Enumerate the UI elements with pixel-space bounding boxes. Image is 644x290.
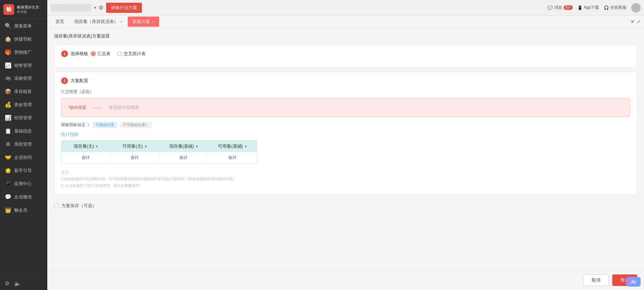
sidebar-item-marketing-label: 营销推广 (14, 49, 32, 55)
sidebar-item-basic-label: 基础信息 (14, 128, 32, 134)
drag-badge: 可拖动位置 (93, 122, 117, 128)
radio-summary-label: 汇总表 (97, 51, 110, 57)
search-icon: 🔍 (5, 23, 11, 29)
tab-inventory[interactable]: 现存量（库存状况表） × (70, 17, 127, 27)
stats-cell-2: 合计 (110, 152, 159, 163)
money-icon: 💰 (5, 101, 11, 108)
stats-cell-3: 合计 (159, 152, 208, 163)
stats-body-row: 合计 合计 合计 合计 (61, 152, 257, 163)
sidebar-item-operation-label: 经营管理 (14, 115, 32, 121)
home-icon: 🏠 (5, 36, 11, 42)
sidebar-footer: ⚙ 🔈 (0, 276, 47, 290)
stats-header-row: 现存量(主) ▾ 可用量(主) ▾ 现存量(基辅) ▾ 可用量(基辅) ▾ (61, 141, 257, 152)
gear-icon: ⚙ (5, 141, 11, 147)
ai-badge[interactable]: Ai (626, 277, 641, 287)
tab-home-label: 首页 (55, 19, 64, 25)
sidebar-item-newguide-label: 新手引导 (14, 168, 32, 174)
bag-icon: 🛍 (5, 75, 11, 81)
stats-table: 现存量(主) ▾ 可用量(主) ▾ 现存量(基辅) ▾ 可用量(基辅) ▾ (61, 140, 257, 164)
stats-col-4[interactable]: 可用量(基辅) ▾ (208, 141, 257, 152)
user-avatar[interactable] (631, 3, 641, 13)
stats-col-3[interactable]: 现存量(基辅) ▾ (159, 141, 208, 152)
tab-expand-icon[interactable]: ⤢ (637, 19, 641, 24)
topbar-right: 💬 消息 99+ 📱 App下载 🎧 在线客服 (548, 3, 641, 13)
section2-title: 方案配置 (71, 78, 88, 84)
stats-col-2-chevron: ▾ (145, 144, 147, 149)
sidebar-item-cooperation[interactable]: 🤝 企业协同 (0, 151, 47, 164)
stats-col-3-label: 现存量(基辅) (169, 143, 194, 149)
online-service-label: 在线客服 (610, 5, 626, 10)
sidebar-item-marketing[interactable]: 🎁 营销推广 (0, 46, 47, 59)
star-icon: 🌟 (5, 167, 11, 174)
messages-badge: 99+ (564, 5, 573, 10)
section2-num: 2 (61, 77, 68, 84)
download-icon: 📱 (577, 5, 583, 10)
sidebar-item-purchase[interactable]: 🛍 采购管理 (0, 72, 47, 85)
radio-summary-dot (91, 51, 96, 56)
footer-bar: 取消 查询 (47, 270, 644, 290)
tab-close-icon[interactable]: ✕ (630, 19, 635, 24)
sidebar-item-member[interactable]: 👑 畅会员 (0, 203, 47, 217)
messages-label: 消息 (554, 5, 562, 10)
page-title: 现存量(库存状况表)方案设置 (54, 33, 637, 39)
radio-crosstab[interactable]: 交叉统计表 (117, 51, 146, 57)
search-text: ··· (55, 5, 58, 10)
section-template: 1 选择模板 汇总表 交叉统计表 (54, 45, 637, 68)
tabs-right-icons: ✕ ⤢ (630, 19, 641, 24)
tab-new-plan[interactable]: 新建方案 × (128, 17, 159, 27)
tab-home[interactable]: 首页 (51, 17, 69, 27)
cancel-button[interactable]: 取消 (583, 274, 609, 286)
box-icon: 📦 (5, 88, 11, 95)
save-checkbox[interactable] (54, 203, 59, 208)
mobile-icon: 📱 (5, 180, 11, 187)
radio-crosstab-dot (117, 51, 122, 56)
message-icon: 💬 (548, 5, 553, 10)
sidebar-item-weixin-label: 企业微信 (14, 194, 32, 200)
tip-2: 2. 点击标题栏下拉可设置排序、插入列和删除列 (61, 183, 630, 189)
stats-col-3-chevron: ▾ (196, 144, 198, 149)
stats-col-2[interactable]: 可用量(主) ▾ (110, 141, 159, 152)
chevron-down-icon[interactable]: ▾ (94, 5, 96, 10)
chart-icon: 📈 (5, 62, 11, 69)
app-download-label: App下载 (584, 5, 599, 10)
radio-summary[interactable]: 汇总表 (91, 51, 110, 57)
stats-col-1[interactable]: 现存量(主) ▾ (61, 141, 110, 152)
stats-col-4-chevron: ▾ (245, 144, 247, 149)
sidebar-item-inventory[interactable]: 📦 库存核算 (0, 85, 47, 98)
main-area: ··· ▾ ⚙ 体验行业方案 💬 消息 99+ 📱 App下载 🎧 在线客服 (47, 0, 644, 290)
section1-num: 1 (61, 50, 68, 57)
sidebar-item-operation[interactable]: 📊 经营管理 (0, 111, 47, 124)
sidebar-item-system-label: 系统管理 (14, 141, 32, 147)
sidebar-item-system[interactable]: ⚙ 系统管理 (0, 138, 47, 151)
topbar-gear-icon[interactable]: ⚙ (99, 4, 103, 11)
stats-col-4-label: 可用量(基辅) (218, 143, 243, 149)
volume-icon[interactable]: 🔈 (14, 280, 21, 287)
app-download-item[interactable]: 📱 App下载 (577, 5, 599, 10)
sidebar-item-sales[interactable]: 📈 销售管理 (0, 59, 47, 72)
dimension-placeholder: 请选择分组维度 (108, 104, 139, 111)
settings-icon[interactable]: ⚙ (5, 280, 9, 287)
sidebar-item-newguide[interactable]: 🌟 新手引导 (0, 164, 47, 177)
sidebar-item-basic[interactable]: 📋 基础信息 (0, 124, 47, 138)
dimension-box[interactable]: *纵向维度 —— 请选择分组维度 (61, 98, 630, 117)
sidebar-item-finance[interactable]: 💰 资金管理 (0, 98, 47, 111)
tab-inventory-close-icon[interactable]: × (120, 20, 122, 24)
sidebar-item-member-label: 畅会员 (14, 207, 27, 213)
tab-new-plan-close-icon[interactable]: × (152, 20, 154, 24)
save-label: 方案保存（可选） (61, 203, 97, 209)
sidebar-item-quicknav[interactable]: 🏠 快捷导航 (0, 32, 47, 46)
online-service-item[interactable]: 🎧 在线客服 (604, 5, 626, 10)
sidebar-item-finance-label: 资金管理 (14, 102, 32, 108)
no-drag-badge: 不可拖动位置） (120, 122, 152, 128)
clipboard-icon: 📋 (5, 128, 11, 134)
trial-button[interactable]: 体验行业方案 (106, 3, 142, 13)
tab-new-plan-label: 新建方案 (132, 19, 150, 25)
sidebar-item-appcenter[interactable]: 📱 应用中心 (0, 177, 47, 190)
tabs-bar: 首页 现存量（库存状况表） × 新建方案 × ✕ ⤢ (47, 16, 644, 28)
section-config: 2 方案配置 汇总维度（必选） *纵向维度 —— 请选择分组维度 模板指标设定（… (54, 72, 637, 195)
messages-item[interactable]: 💬 消息 99+ (548, 5, 573, 10)
logo-sub: 标准版 (17, 9, 39, 14)
sidebar-item-weixin[interactable]: 💬 企业微信 (0, 190, 47, 203)
section2-header: 2 方案配置 (61, 77, 630, 84)
sidebar-item-search[interactable]: 🔍 搜索菜单 (0, 19, 47, 32)
